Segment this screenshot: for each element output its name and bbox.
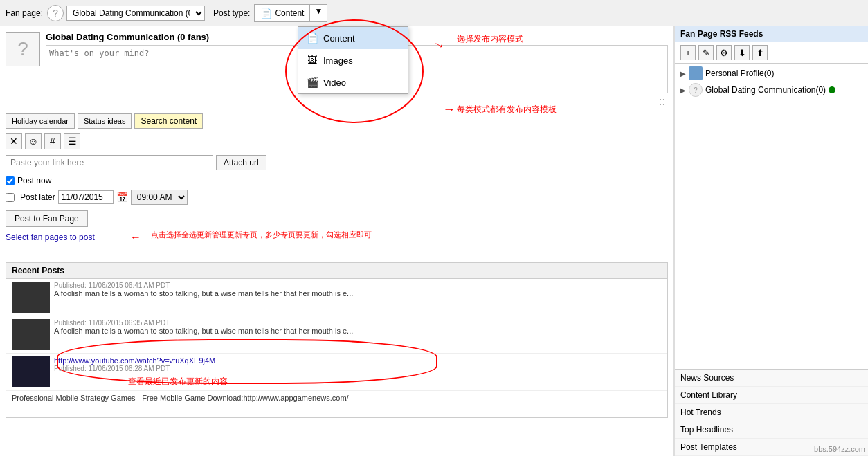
rss-item-label: Global Dating Communication(0) — [705, 85, 826, 95]
fan-page-select-wrap: ? Global Dating Communication (0 fans) — [47, 5, 205, 21]
rss-add-button[interactable]: + — [680, 45, 696, 60]
list-icon-btn[interactable]: ☰ — [64, 133, 80, 149]
post-now-checkbox[interactable] — [6, 176, 15, 185]
post-thumbnail — [12, 319, 50, 350]
list-item: http://www.youtube.com/watch?v=vfuXqXE9j… — [6, 354, 667, 391]
recent-posts-body: Published: 11/06/2015 06:41 AM PDT A foo… — [6, 279, 667, 417]
right-bottom-section: News Sources Content Library Hot Trends … — [675, 369, 868, 456]
news-sources-item[interactable]: News Sources — [675, 370, 868, 387]
post-title: A foolish man tells a woman to stop talk… — [54, 289, 662, 298]
post-later-checkbox[interactable] — [6, 193, 15, 202]
rss-edit-button[interactable]: ✎ — [698, 45, 714, 60]
post-content: Professional Mobile Strategy Games - Fre… — [12, 394, 662, 402]
hash-icon-btn[interactable]: # — [44, 133, 61, 149]
post-later-row: Post later 📅 09:00 AM — [6, 190, 668, 205]
post-now-label: Post now — [17, 176, 51, 185]
right-panel: Fan Page RSS Feeds + ✎ ⚙ ⬇ ⬆ ▶ Personal … — [674, 26, 868, 456]
rss-toolbar: + ✎ ⚙ ⬇ ⬆ — [675, 42, 868, 64]
post-content: Published: 11/06/2015 06:35 AM PDT A foo… — [54, 319, 662, 335]
resize-handle: :: — [46, 95, 668, 108]
list-item: Published: 11/06/2015 06:35 AM PDT A foo… — [6, 316, 667, 354]
icon-bar: ✕ ☺ # ☰ — [6, 133, 668, 149]
annotation-select-type: 选择发布内容模式 — [457, 33, 523, 45]
content-library-item[interactable]: Content Library — [675, 387, 868, 404]
post-to-fan-page-button[interactable]: Post to Fan Page — [6, 210, 88, 227]
post-thumbnail — [12, 356, 50, 387]
attach-url-button[interactable]: Attach url — [216, 155, 266, 170]
post-published: Published: 11/06/2015 06:41 AM PDT — [54, 282, 662, 289]
post-type-label: Post type: — [213, 8, 250, 18]
search-content-button[interactable]: Search content — [134, 113, 203, 129]
rss-item-global: ▶ ? Global Dating Communication(0) — [680, 83, 862, 97]
fan-page-select[interactable]: Global Dating Communication (0 fans) — [66, 6, 205, 21]
main-layout: ? Global Dating Communication (0 fans) :… — [0, 26, 868, 456]
dropdown-label-content: Content — [323, 33, 355, 44]
post-type-value: Content — [275, 8, 304, 18]
post-content: http://www.youtube.com/watch?v=vfuXqXE9j… — [54, 356, 662, 372]
calendar-icon[interactable]: 📅 — [116, 192, 128, 203]
rss-feeds-header: Fan Page RSS Feeds — [675, 26, 868, 42]
top-headlines-item[interactable]: Top Headlines — [675, 421, 868, 439]
arrow-template-note: ← — [443, 102, 455, 117]
post-url: http://www.youtube.com/watch?v=vfuXqXE9j… — [54, 356, 662, 365]
images-menu-icon: 🖼 — [305, 53, 319, 67]
select-fan-pages-link[interactable]: Select fan pages to post — [6, 232, 95, 242]
rss-thumb — [689, 66, 703, 80]
close-icon-btn[interactable]: ✕ — [6, 133, 22, 149]
hot-trends-item[interactable]: Hot Trends — [675, 404, 868, 421]
post-type-wrap: 📄 Content ▼ — [254, 4, 327, 22]
expand-arrow: ▶ — [680, 86, 686, 94]
video-menu-icon: 🎬 — [305, 75, 319, 89]
post-published: Published: 11/06/2015 06:28 AM PDT — [54, 365, 662, 372]
annotation-select-pages: 点击选择全选更新管理更新专页，多少专页要更新，勾选相应即可 — [151, 230, 674, 240]
post-type-dropdown-menu: 📄 Content 🖼 Images 🎬 Video — [298, 26, 408, 94]
fan-page-label: Fan page: — [6, 8, 43, 18]
rss-list: ▶ Personal Profile(0) ▶ ? Global Dating … — [675, 64, 868, 369]
footer-link: bbs.594zz.com — [814, 445, 865, 453]
post-title: Professional Mobile Strategy Games - Fre… — [12, 394, 662, 402]
status-ideas-button[interactable]: Status ideas — [78, 113, 132, 129]
expand-arrow: ▶ — [680, 70, 686, 77]
rss-upload-button[interactable]: ⬆ — [752, 45, 768, 60]
post-time-select[interactable]: 09:00 AM — [131, 190, 188, 205]
post-published: Published: 11/06/2015 06:35 AM PDT — [54, 319, 662, 327]
post-now-row: Post now — [6, 176, 668, 185]
rss-settings-button[interactable]: ⚙ — [716, 45, 732, 60]
post-type-dropdown-arrow[interactable]: ▼ — [310, 4, 327, 22]
annotation-latest-posts: 查看最近已发布更新的内容 — [128, 376, 228, 387]
post-content: Published: 11/06/2015 06:41 AM PDT A foo… — [54, 282, 662, 298]
dropdown-item-images[interactable]: 🖼 Images — [298, 49, 408, 71]
holiday-calendar-button[interactable]: Holiday calendar — [6, 113, 75, 129]
rss-item-label: Personal Profile(0) — [705, 69, 774, 78]
content-menu-icon: 📄 — [305, 31, 319, 45]
rss-thumb: ? — [689, 83, 703, 97]
online-status-indicator — [829, 86, 835, 93]
rss-item-personal: ▶ Personal Profile(0) — [680, 66, 862, 80]
arrow-select-pages: ← — [130, 231, 141, 244]
list-item: Published: 11/06/2015 06:41 AM PDT A foo… — [6, 279, 667, 316]
post-thumbnail — [12, 282, 50, 313]
profile-avatar: ? — [6, 32, 40, 66]
recent-posts-section: Recent Posts Published: 11/06/2015 06:41… — [6, 262, 668, 418]
template-buttons-row: Holiday calendar Status ideas Search con… — [6, 113, 668, 129]
fan-page-icon: ? — [47, 5, 64, 21]
dropdown-item-content[interactable]: 📄 Content — [298, 27, 408, 49]
post-date-input[interactable] — [58, 190, 114, 204]
url-row: Attach url — [6, 155, 668, 170]
dropdown-label-video: Video — [323, 77, 346, 88]
post-later-label: Post later — [20, 192, 55, 202]
post-type-button[interactable]: 📄 Content — [254, 4, 310, 22]
dropdown-item-video[interactable]: 🎬 Video — [298, 71, 408, 93]
emoji-icon-btn[interactable]: ☺ — [25, 133, 42, 149]
post-title: A foolish man tells a woman to stop talk… — [54, 327, 662, 335]
annotation-template-note: 每类模式都有发布内容模板 — [457, 104, 557, 116]
url-input[interactable] — [6, 155, 213, 170]
dropdown-label-images: Images — [323, 55, 353, 66]
top-bar: Fan page: ? Global Dating Communication … — [0, 0, 868, 26]
rss-download-button[interactable]: ⬇ — [734, 45, 750, 60]
recent-posts-header: Recent Posts — [6, 263, 667, 279]
content-icon: 📄 — [260, 8, 272, 19]
list-item: Professional Mobile Strategy Games - Fre… — [6, 391, 667, 405]
